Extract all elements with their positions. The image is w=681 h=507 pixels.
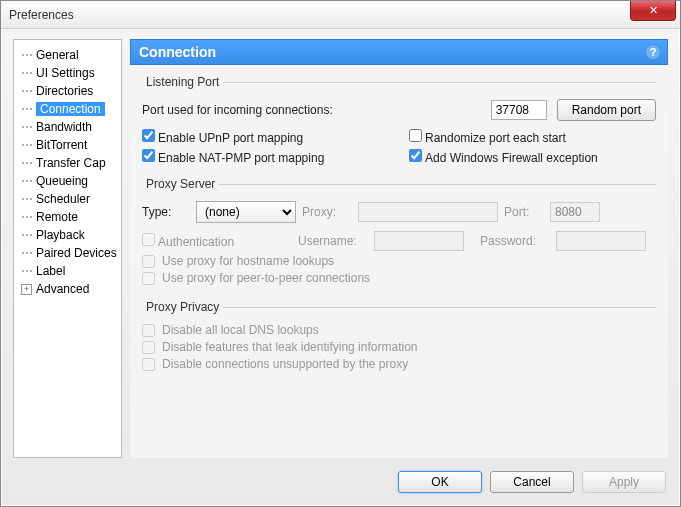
dash-icon: ⋯ (20, 210, 34, 224)
close-button[interactable]: ✕ (630, 1, 676, 21)
proxy-hostname-checkbox: Use proxy for hostname lookups (142, 254, 334, 268)
proxy-server-legend: Proxy Server (142, 177, 219, 191)
sidebar-item-directories[interactable]: ⋯Directories (18, 82, 117, 100)
footer: OK Cancel Apply (1, 466, 680, 506)
disable-unsupported-checkbox: Disable connections unsupported by the p… (142, 357, 408, 371)
proxy-port-label: Port: (504, 205, 544, 219)
main-panel: Connection ? Listening Port Port used fo… (130, 39, 668, 458)
dash-icon: ⋯ (20, 102, 34, 116)
port-label: Port used for incoming connections: (142, 103, 333, 117)
ok-button[interactable]: OK (398, 471, 482, 493)
expand-icon[interactable]: + (21, 284, 32, 295)
sidebar-item-ui-settings[interactable]: ⋯UI Settings (18, 64, 117, 82)
dash-icon: ⋯ (20, 264, 34, 278)
proxy-type-select[interactable]: (none) (196, 201, 296, 223)
dash-icon: ⋯ (20, 120, 34, 134)
proxy-server-group: Proxy Server Type: (none) Proxy: Port: A… (142, 177, 656, 290)
sidebar-item-connection[interactable]: ⋯Connection (18, 100, 117, 118)
sidebar-item-paired-devices[interactable]: ⋯Paired Devices (18, 244, 117, 262)
preferences-window: Preferences ✕ ⋯General ⋯UI Settings ⋯Dir… (0, 0, 681, 507)
proxy-privacy-legend: Proxy Privacy (142, 300, 223, 314)
port-input[interactable] (491, 100, 547, 120)
proxy-type-label: Type: (142, 205, 190, 219)
sidebar-item-scheduler[interactable]: ⋯Scheduler (18, 190, 117, 208)
cancel-button[interactable]: Cancel (490, 471, 574, 493)
proxy-host-label: Proxy: (302, 205, 352, 219)
dash-icon: ⋯ (20, 246, 34, 260)
username-input (374, 231, 464, 251)
help-icon[interactable]: ? (645, 44, 661, 60)
natpmp-checkbox[interactable]: Enable NAT-PMP port mapping (142, 149, 389, 165)
dash-icon: ⋯ (20, 228, 34, 242)
auth-checkbox: Authentication (142, 233, 292, 249)
sidebar-item-playback[interactable]: ⋯Playback (18, 226, 117, 244)
body: ⋯General ⋯UI Settings ⋯Directories ⋯Conn… (1, 29, 680, 466)
firewall-checkbox[interactable]: Add Windows Firewall exception (409, 149, 656, 165)
random-port-button[interactable]: Random port (557, 99, 656, 121)
proxy-privacy-group: Proxy Privacy Disable all local DNS look… (142, 300, 656, 376)
sidebar: ⋯General ⋯UI Settings ⋯Directories ⋯Conn… (13, 39, 122, 458)
proxy-host-input (358, 202, 498, 222)
sidebar-item-general[interactable]: ⋯General (18, 46, 117, 64)
dash-icon: ⋯ (20, 138, 34, 152)
sidebar-item-bandwidth[interactable]: ⋯Bandwidth (18, 118, 117, 136)
dash-icon: ⋯ (20, 156, 34, 170)
sidebar-item-remote[interactable]: ⋯Remote (18, 208, 117, 226)
dash-icon: ⋯ (20, 84, 34, 98)
username-label: Username: (298, 234, 368, 248)
password-input (556, 231, 646, 251)
apply-button: Apply (582, 471, 666, 493)
sidebar-item-advanced[interactable]: +Advanced (18, 280, 117, 298)
sidebar-item-label[interactable]: ⋯Label (18, 262, 117, 280)
disable-dns-checkbox: Disable all local DNS lookups (142, 323, 319, 337)
content: Listening Port Port used for incoming co… (130, 65, 668, 458)
listening-port-legend: Listening Port (142, 75, 223, 89)
dash-icon: ⋯ (20, 66, 34, 80)
proxy-port-input (550, 202, 600, 222)
listening-port-group: Listening Port Port used for incoming co… (142, 75, 656, 167)
sidebar-item-transfer-cap[interactable]: ⋯Transfer Cap (18, 154, 117, 172)
dash-icon: ⋯ (20, 192, 34, 206)
window-title: Preferences (9, 8, 74, 22)
section-title: Connection (139, 44, 216, 60)
disable-leak-checkbox: Disable features that leak identifying i… (142, 340, 417, 354)
randomize-checkbox[interactable]: Randomize port each start (409, 129, 656, 145)
section-header: Connection ? (130, 39, 668, 65)
password-label: Password: (480, 234, 550, 248)
dash-icon: ⋯ (20, 48, 34, 62)
titlebar: Preferences ✕ (1, 1, 680, 29)
dash-icon: ⋯ (20, 174, 34, 188)
sidebar-item-bittorrent[interactable]: ⋯BitTorrent (18, 136, 117, 154)
sidebar-item-queueing[interactable]: ⋯Queueing (18, 172, 117, 190)
upnp-checkbox[interactable]: Enable UPnP port mapping (142, 129, 389, 145)
proxy-p2p-checkbox: Use proxy for peer-to-peer connections (142, 271, 370, 285)
